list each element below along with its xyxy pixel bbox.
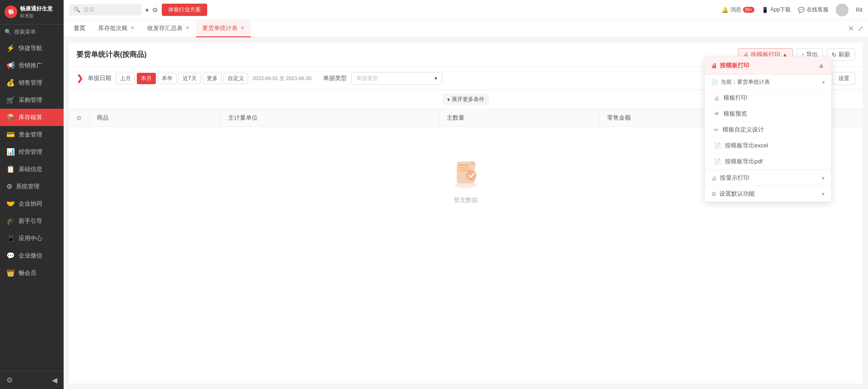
tab-close-all-btn[interactable]: ✕ <box>847 23 855 34</box>
sidebar-item-label: 新手引导 <box>19 217 42 225</box>
sidebar-item-purchase[interactable]: 🛒 采购管理 <box>0 91 64 109</box>
dropdown-item-export-excel[interactable]: 📄 按模板导出excel <box>705 138 831 154</box>
default-setting-icon: ⚙ <box>711 191 717 197</box>
tab-inventory-batch-label: 库存批次账 <box>98 24 128 32</box>
sidebar-settings-btn[interactable]: ⚙ <box>6 376 13 384</box>
date-btn-this-year[interactable]: 本年 <box>158 73 177 84</box>
dropdown-current-template[interactable]: 📄 当前：要货单统计表 ▾ <box>705 75 831 90</box>
topbar-dropdown-arrow[interactable]: ▾ <box>145 6 149 14</box>
type-filter-select[interactable]: 单据类型 ▾ <box>351 72 442 85</box>
operations-icon: 📊 <box>6 148 15 156</box>
tab-inventory-batch[interactable]: 库存批次账 ✕ <box>92 20 141 37</box>
current-template-icon: 📄 <box>711 79 718 86</box>
refresh-icon: ↻ <box>832 51 837 58</box>
notice-btn[interactable]: 🔔 消息 99+ <box>722 6 754 14</box>
search-icon: 🔍 <box>74 6 80 13</box>
sidebar-footer: ⚙ ◀ <box>0 371 64 389</box>
service-btn[interactable]: 💬 在线客服 <box>798 6 828 14</box>
tab-inventory-batch-close[interactable]: ✕ <box>130 25 135 30</box>
sidebar-item-appstore[interactable]: 📱 应用中心 <box>0 230 64 247</box>
trial-btn[interactable]: 体验行业方案 <box>162 4 207 16</box>
sidebar-item-inventory[interactable]: 📦 库存核算 <box>0 109 64 126</box>
dropdown-item-template-print[interactable]: 🖨 模板打印 <box>705 90 831 106</box>
chevron-down-icon: ▾ <box>434 75 437 81</box>
sidebar-item-marketing[interactable]: 📢 营销推广 <box>0 57 64 74</box>
cooperation-icon: 🤝 <box>6 200 15 208</box>
sidebar-logo: 畅 畅康通好生意 标准版 <box>0 0 64 25</box>
th-settings[interactable]: ⚙ <box>69 109 90 127</box>
sidebar-collapse-btn[interactable]: ◀ <box>52 376 57 384</box>
dropdown-display-print[interactable]: 🖨 按显示打印 ▾ <box>705 170 831 186</box>
sidebar-item-member[interactable]: 👑 畅会员 <box>0 264 64 282</box>
marketing-icon: 📢 <box>6 61 15 70</box>
sidebar-search[interactable]: 🔍 搜索菜单 <box>0 25 64 40</box>
tab-order-summary-close[interactable]: ✕ <box>240 25 244 30</box>
tab-home-label: 首页 <box>74 24 85 32</box>
display-print-icon: 🖨 <box>711 175 717 182</box>
app-logo-icon: 畅 <box>5 5 17 18</box>
sidebar-item-cooperation[interactable]: 🤝 企业协同 <box>0 195 64 212</box>
sidebar-item-finance[interactable]: 💳 资金管理 <box>0 126 64 143</box>
th-quantity: 主数量 <box>439 109 599 127</box>
date-btn-custom[interactable]: 自定义 <box>224 73 248 84</box>
sidebar-item-label: 企业协同 <box>19 200 42 208</box>
sidebar-item-operations[interactable]: 📊 经营管理 <box>0 143 64 161</box>
template-custom-label: 模板自定义设计 <box>723 126 764 134</box>
settings-btn[interactable]: 设置 <box>833 72 855 85</box>
topbar-search[interactable]: 🔍 搜索 <box>69 4 142 15</box>
filter-expand-btn[interactable]: ❯ <box>76 73 83 83</box>
sidebar-item-label: 企业微信 <box>19 252 42 260</box>
notice-icon: 🔔 <box>722 7 728 13</box>
sidebar-item-guide[interactable]: 🎓 新手引导 <box>0 212 64 230</box>
date-btn-last-month[interactable]: 上月 <box>116 73 135 84</box>
default-setting-label: 设置默认功能 <box>719 190 755 198</box>
app-icon: 📱 <box>762 7 768 13</box>
date-filter-group: 上月 本月 本年 近7天 更多 自定义 <box>116 73 248 84</box>
tab-receivable-summary-close[interactable]: ✕ <box>185 25 190 30</box>
page-content: 要货单统计表(按商品) 🖨 按模板打印 ▲ ↑ 导出 ↻ 刷新 ❯ <box>64 37 868 389</box>
inventory-icon: 📦 <box>6 113 15 121</box>
date-btn-this-month[interactable]: 本月 <box>137 73 156 84</box>
tab-order-summary[interactable]: 要货单统计表 ✕ <box>196 20 251 37</box>
tab-home[interactable]: 首页 <box>67 20 92 37</box>
quick-nav-icon: ⚡ <box>6 44 15 52</box>
export-pdf-label: 按模板导出pdf <box>725 157 763 166</box>
app-download-btn[interactable]: 📱 App下载 <box>762 6 791 14</box>
finance-icon: 💳 <box>6 131 15 139</box>
dropdown-title: 按模板打印 <box>720 61 749 70</box>
svg-point-5 <box>466 170 476 180</box>
date-range-text: 2023-06-01 至 2023-06-30 <box>253 75 312 82</box>
sidebar-item-wechat[interactable]: 💬 企业微信 <box>0 247 64 264</box>
brand-sub: 标准版 <box>20 13 53 19</box>
topbar-settings-icon[interactable]: ⚙ <box>152 6 158 14</box>
dropdown-item-template-custom[interactable]: ✏ 模板自定义设计 <box>705 122 831 138</box>
app-label: App下载 <box>770 6 791 14</box>
empty-icon <box>448 154 484 191</box>
sidebar-item-sales[interactable]: 💰 销售管理 <box>0 74 64 91</box>
dropdown-item-export-pdf[interactable]: 📄 按模板导出pdf <box>705 154 831 170</box>
sidebar-item-label: 应用中心 <box>19 234 42 242</box>
expand-more-btn[interactable]: ▾ 展开更多条件 <box>443 94 489 105</box>
tabs-bar-actions: ✕ ⤢ <box>847 23 864 34</box>
sidebar-item-label: 系统管理 <box>16 182 40 191</box>
chevron-down-icon: ▾ <box>447 96 450 103</box>
date-btn-7days[interactable]: 近7天 <box>179 73 201 84</box>
settings-icon[interactable]: ⚙ <box>76 115 82 121</box>
page-title: 要货单统计表(按商品) <box>76 50 147 60</box>
user-avatar[interactable] <box>836 4 848 16</box>
dropdown-item-template-preview[interactable]: 👁 模板预览 <box>705 106 831 122</box>
tab-receivable-summary[interactable]: 收发存汇总表 ✕ <box>141 20 196 37</box>
sidebar-item-label: 销售管理 <box>19 79 42 87</box>
main-area: 🔍 搜索 ▾ ⚙ 体验行业方案 🔔 消息 99+ 📱 App下载 💬 在线客服 … <box>64 0 868 389</box>
sidebar-item-quick-nav[interactable]: ⚡ 快捷导航 <box>0 40 64 57</box>
sidebar-item-system[interactable]: ⚙ 系统管理 <box>0 178 64 195</box>
topbar: 🔍 搜索 ▾ ⚙ 体验行业方案 🔔 消息 99+ 📱 App下载 💬 在线客服 … <box>64 0 868 20</box>
date-btn-more[interactable]: 更多 <box>203 73 222 84</box>
dropdown-close-btn[interactable]: ▲ <box>818 61 825 70</box>
dropdown-default-setting[interactable]: ⚙ 设置默认功能 ▾ <box>705 186 831 202</box>
sidebar-item-basics[interactable]: 📋 基础信息 <box>0 161 64 178</box>
pdf-icon: 📄 <box>714 158 721 165</box>
basics-icon: 📋 <box>6 165 15 173</box>
tab-expand-btn[interactable]: ⤢ <box>857 23 864 34</box>
sidebar-item-label: 营销推广 <box>19 61 42 70</box>
